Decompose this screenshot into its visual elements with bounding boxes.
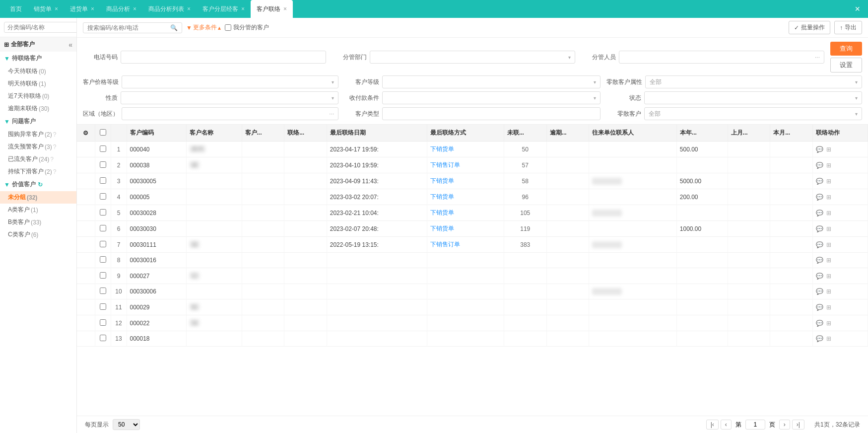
row-chat-icon[interactable]: 💬: [816, 288, 823, 295]
tab-purchase[interactable]: 进货单 ×: [64, 0, 100, 18]
row-chat-icon[interactable]: 💬: [816, 257, 823, 264]
filter-search-input[interactable]: [87, 24, 170, 31]
row-checkbox-cell[interactable]: [95, 142, 111, 157]
batch-operations-button[interactable]: ✓ 批量操作: [789, 21, 830, 34]
export-button[interactable]: ↑ 导出: [834, 21, 862, 34]
filter-search-icon[interactable]: 🔍: [170, 24, 178, 31]
query-button[interactable]: 查询: [830, 42, 862, 56]
last-contact-method-column-header[interactable]: 最后联络方式: [427, 125, 504, 142]
row-chat-icon[interactable]: 💬: [816, 225, 823, 232]
row-chat-icon[interactable]: 💬: [816, 320, 823, 327]
sidebar-item-churn-warning[interactable]: 流失预警客户 (3) ?: [0, 141, 76, 153]
sidebar-item-declining[interactable]: 持续下滑客户 (2) ?: [0, 165, 76, 178]
contact-method-link[interactable]: 下销货单: [430, 177, 454, 184]
tab-customer-segment-close[interactable]: ×: [241, 5, 245, 12]
tab-home[interactable]: 首页: [4, 0, 28, 18]
row-checkbox[interactable]: [100, 193, 106, 200]
first-page-button[interactable]: |‹: [706, 420, 719, 430]
row-grid-icon[interactable]: ⊞: [826, 273, 831, 280]
sidebar-item-hoard-abnormal[interactable]: 囤购异常客户 (2) ?: [0, 128, 76, 141]
contact-method-link[interactable]: 下销货单: [430, 225, 454, 232]
row-checkbox-cell[interactable]: [95, 157, 111, 173]
row-checkbox[interactable]: [100, 209, 106, 216]
contact-person-column-header[interactable]: 往来单位联系人: [589, 125, 677, 142]
row-chat-icon[interactable]: 💬: [816, 241, 823, 248]
filter-dept-input[interactable]: ▾: [370, 51, 575, 64]
row-checkbox-cell[interactable]: [95, 299, 111, 315]
my-customers-checkbox[interactable]: 我分管的客户: [225, 23, 269, 32]
type-column-header[interactable]: 客户...: [242, 125, 284, 142]
row-checkbox-cell[interactable]: [95, 237, 111, 253]
no-contact-days-column-header[interactable]: 未联...: [504, 125, 546, 142]
settings-column-header[interactable]: ⚙: [77, 125, 95, 142]
tab-goods-analysis-close[interactable]: ×: [133, 5, 136, 12]
filter-gender-input[interactable]: ▾: [121, 91, 338, 104]
row-grid-icon[interactable]: ⊞: [826, 210, 831, 216]
page-size-select[interactable]: 50 100 200: [113, 419, 140, 430]
sidebar-search-input[interactable]: [4, 22, 77, 33]
checkbox-column-header[interactable]: [95, 125, 111, 142]
this-year-column-header[interactable]: 本年...: [676, 125, 728, 142]
sidebar-item-ungraded[interactable]: 未分组 (32): [0, 191, 76, 204]
sidebar-item-today-pending[interactable]: 今天待联络 (0): [0, 65, 76, 77]
row-grid-icon[interactable]: ⊞: [826, 194, 831, 201]
tab-purchase-close[interactable]: ×: [91, 5, 94, 12]
row-checkbox-cell[interactable]: [95, 205, 111, 221]
next-page-button[interactable]: ›: [779, 420, 790, 430]
row-grid-icon[interactable]: ⊞: [826, 146, 831, 153]
row-grid-icon[interactable]: ⊞: [826, 162, 831, 169]
tab-customer-contact-close[interactable]: ×: [283, 5, 287, 12]
row-checkbox-cell[interactable]: [95, 253, 111, 268]
last-contact-date-column-header[interactable]: 最后联络日期: [327, 125, 427, 142]
row-chat-icon[interactable]: 💬: [816, 194, 823, 201]
name-column-header[interactable]: 客户名称: [187, 125, 242, 142]
sidebar-item-class-c[interactable]: C类客户 (6): [0, 228, 76, 241]
filter-region-input[interactable]: ···: [122, 107, 338, 120]
sidebar-item-churned[interactable]: 已流失客户 (24) ?: [0, 153, 76, 165]
row-checkbox-cell[interactable]: [95, 189, 111, 205]
row-checkbox[interactable]: [100, 303, 106, 310]
filter-search-box[interactable]: 🔍: [83, 22, 182, 33]
row-checkbox-cell[interactable]: [95, 315, 111, 331]
row-checkbox[interactable]: [100, 177, 106, 184]
tab-customer-segment[interactable]: 客户分层经客 ×: [197, 0, 251, 18]
my-customers-check[interactable]: [225, 24, 231, 31]
row-grid-icon[interactable]: ⊞: [826, 288, 831, 295]
contact-column-header[interactable]: 联络...: [284, 125, 327, 142]
last-page-button[interactable]: ›|: [792, 420, 804, 430]
filter-status-input[interactable]: ▾: [644, 91, 862, 104]
prev-page-button[interactable]: ‹: [721, 420, 732, 430]
contact-method-link[interactable]: 下销售订单: [430, 161, 460, 168]
row-checkbox[interactable]: [100, 272, 106, 279]
row-chat-icon[interactable]: 💬: [816, 304, 823, 311]
row-chat-icon[interactable]: 💬: [816, 162, 823, 169]
current-page-input[interactable]: [745, 420, 765, 430]
contact-method-link[interactable]: 下销货单: [430, 145, 454, 152]
sidebar-item-class-b[interactable]: B类客户 (33): [0, 216, 76, 228]
row-checkbox-cell[interactable]: [95, 173, 111, 189]
row-checkbox[interactable]: [100, 161, 106, 168]
filter-customer-type-input[interactable]: [382, 107, 600, 120]
window-close-button[interactable]: ×: [851, 4, 864, 14]
row-checkbox-cell[interactable]: [95, 221, 111, 237]
row-checkbox-cell[interactable]: [95, 331, 111, 347]
row-grid-icon[interactable]: ⊞: [826, 304, 831, 311]
sidebar-item-class-a[interactable]: A类客户 (1): [0, 204, 76, 216]
refresh-icon[interactable]: ↻: [38, 181, 43, 188]
sidebar-all-customers-header[interactable]: ⊞ 全部客户 «: [0, 37, 76, 52]
row-checkbox[interactable]: [100, 225, 106, 231]
sidebar-collapse-icon[interactable]: «: [68, 41, 72, 49]
filter-retail-customer-input[interactable]: 全部 ▾: [644, 107, 862, 120]
row-grid-icon[interactable]: ⊞: [826, 241, 831, 248]
row-checkbox[interactable]: [100, 288, 106, 294]
filter-customer-level-input[interactable]: ▾: [382, 75, 600, 88]
tab-goods-analysis-list-close[interactable]: ×: [187, 5, 191, 12]
row-checkbox-cell[interactable]: [95, 284, 111, 299]
tab-sales[interactable]: 销货单 ×: [28, 0, 64, 18]
sidebar-item-tomorrow-pending[interactable]: 明天待联络 (1): [0, 77, 76, 90]
filter-manager-input[interactable]: ···: [619, 51, 824, 64]
row-checkbox-cell[interactable]: [95, 268, 111, 284]
row-checkbox[interactable]: [100, 241, 106, 247]
tab-sales-close[interactable]: ×: [55, 5, 58, 12]
code-column-header[interactable]: 客户编码: [127, 125, 187, 142]
